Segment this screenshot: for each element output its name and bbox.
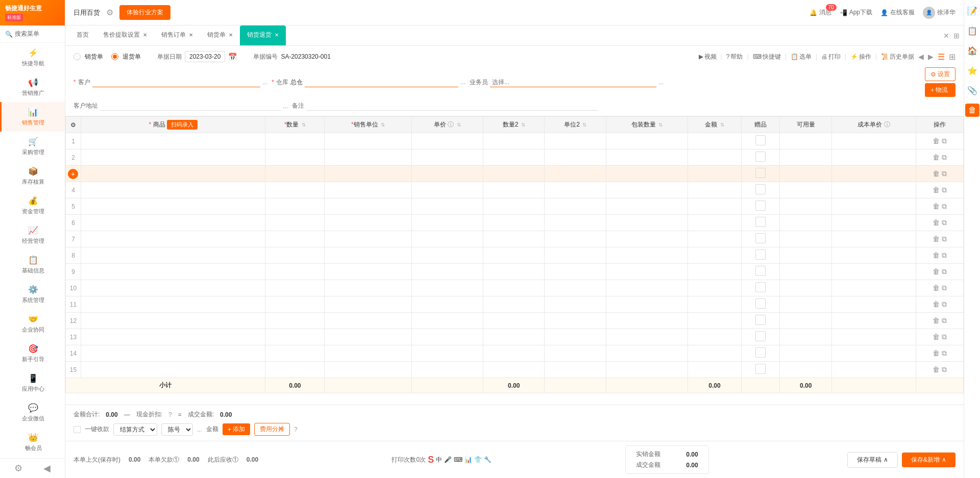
cost-help-icon[interactable]: ⓘ [884,121,890,128]
delete-row-btn[interactable]: 🗑 [932,315,941,325]
right-icon-2[interactable]: 📋 [965,24,979,38]
customer-dots[interactable]: ... [262,79,267,86]
toolbar-select[interactable]: 📋 选单 [791,53,812,61]
close-all-icon[interactable]: ✕ [943,32,949,40]
copy-row-btn[interactable]: ⧉ [941,234,948,244]
cell-product[interactable] [81,345,265,362]
staff-input[interactable] [490,78,656,87]
right-icon-4[interactable]: ⭐ [965,64,979,78]
tab-sale-price[interactable]: 售价提取设置 ✕ [96,26,154,45]
col-setting[interactable]: ⚙ [66,117,81,133]
copy-row-btn[interactable]: ⧉ [941,185,948,195]
delete-row-btn[interactable]: 🗑 [932,152,941,162]
cell-product[interactable] [81,313,265,329]
cell-product[interactable] [81,280,265,296]
save-new-btn[interactable]: 保存&新增 ∧ [902,452,955,467]
user-profile[interactable]: 👤 徐泽华 [923,7,955,19]
note-input[interactable] [306,101,598,111]
pack-sort[interactable]: ⇅ [658,122,663,128]
tab-sale-order[interactable]: 销售订单 ✕ [154,26,200,45]
delete-row-btn[interactable]: 🗑 [932,364,941,374]
gift-checkbox[interactable] [755,282,766,292]
cell-gift[interactable] [742,329,780,345]
cell-gift[interactable] [742,362,780,378]
gift-checkbox[interactable] [755,135,766,145]
gift-checkbox[interactable] [755,266,766,276]
header-gear-icon[interactable]: ⚙ [106,8,113,17]
gift-checkbox[interactable] [755,168,766,178]
toolbar-nav-prev[interactable]: ◀ [918,53,924,61]
toolbar-print[interactable]: 🖨 打印 [821,53,841,61]
gift-checkbox[interactable] [755,217,766,227]
cell-product[interactable] [81,182,265,198]
quantity-sort[interactable]: ⇅ [302,122,306,128]
customer-input[interactable] [92,78,260,87]
price-help-icon[interactable]: ⓘ [448,121,454,128]
settings-btn[interactable]: ⚙ 设置 [925,67,955,81]
sidebar-item-kuaijie[interactable]: ⚡ 快捷导航 [0,43,65,72]
cell-product[interactable] [81,231,265,247]
save-draft-btn[interactable]: 保存草稿 ∧ [847,452,898,468]
gift-checkbox[interactable] [755,152,766,162]
copy-row-btn[interactable]: ⧉ [941,283,948,293]
split-help-icon[interactable]: ? [294,426,298,433]
unit2-sort[interactable]: ⇅ [582,122,586,128]
cell-gift[interactable] [742,215,780,231]
copy-row-btn[interactable]: ⧉ [941,332,948,342]
tab-sale-out[interactable]: 销货单 ✕ [200,26,240,45]
delete-row-btn[interactable]: 🗑 [932,266,941,276]
add-row-btn[interactable]: + [68,169,78,179]
copy-row-btn[interactable]: ⧉ [941,315,948,326]
sidebar-item-weixin[interactable]: 💬 企业微信 [0,398,65,427]
toolbar-history[interactable]: 📜 历史单据 [881,53,914,61]
radio-return[interactable]: 退货单 [111,53,141,61]
cell-gift[interactable] [742,247,780,264]
gift-checkbox[interactable] [755,364,766,374]
right-icon-1[interactable]: 📝 [965,4,979,18]
sidebar-item-xinshou[interactable]: 🎯 新手引导 [0,339,65,368]
right-icon-5[interactable]: 📎 [965,84,979,97]
account-select[interactable]: 陈号 [161,423,193,436]
tab-home[interactable]: 首页 [69,26,96,45]
product-input[interactable] [83,170,263,178]
cell-product[interactable] [81,247,265,264]
cell-product[interactable] [81,133,265,149]
cell-gift[interactable] [742,182,780,198]
sidebar-item-jichu[interactable]: 📋 基础信息 [0,250,65,280]
radio-sale-out[interactable]: 销货单 [74,53,103,61]
split-btn[interactable]: 费用分摊 [254,423,290,436]
address-dots[interactable]: ... [283,103,288,110]
gift-checkbox[interactable] [755,200,766,211]
sidebar-item-jingying[interactable]: 📈 经营管理 [0,220,65,250]
gift-checkbox[interactable] [755,233,766,243]
gift-checkbox[interactable] [755,331,766,341]
sidebar-item-kucun[interactable]: 📦 库存核算 [0,161,65,191]
toolbar-operation[interactable]: ⚡ 操作 [850,53,871,61]
app-download-btn[interactable]: 📲 App下载 [840,8,872,17]
cell-gift[interactable] [742,313,780,329]
copy-row-btn[interactable]: ⧉ [941,217,948,228]
tab-sale-price-close[interactable]: ✕ [143,32,147,38]
sale-unit-sort[interactable]: ⇅ [381,122,385,128]
notice-btn[interactable]: 🔔 消息 70 [810,8,831,17]
trial-btn[interactable]: 体验行业方案 [119,5,170,20]
copy-row-btn[interactable]: ⧉ [941,348,948,359]
account-dots[interactable]: ... [197,426,202,433]
tab-sale-order-close[interactable]: ✕ [189,32,193,38]
price-sort[interactable]: ⇅ [457,122,461,128]
delete-row-btn[interactable]: 🗑 [932,234,941,244]
cell-product[interactable] [81,215,265,231]
sidebar-item-yingyong[interactable]: 📱 应用中心 [0,368,65,398]
cell-gift[interactable] [742,345,780,362]
tab-sale-return[interactable]: 销货退货 ✕ [240,26,286,45]
sidebar-item-xitong[interactable]: ⚙️ 系统管理 [0,280,65,309]
toolbar-nav-next[interactable]: ▶ [928,53,934,61]
toolbar-video[interactable]: ▶ 视频 [699,53,717,61]
cell-gift[interactable] [742,296,780,313]
cell-product[interactable] [81,296,265,313]
one-click-checkbox[interactable] [74,426,81,433]
logistics-btn[interactable]: + 物流 [925,83,955,97]
copy-row-btn[interactable]: ⧉ [941,152,948,163]
cell-product[interactable] [81,198,265,215]
collapse-icon[interactable]: ◀ [43,463,51,474]
